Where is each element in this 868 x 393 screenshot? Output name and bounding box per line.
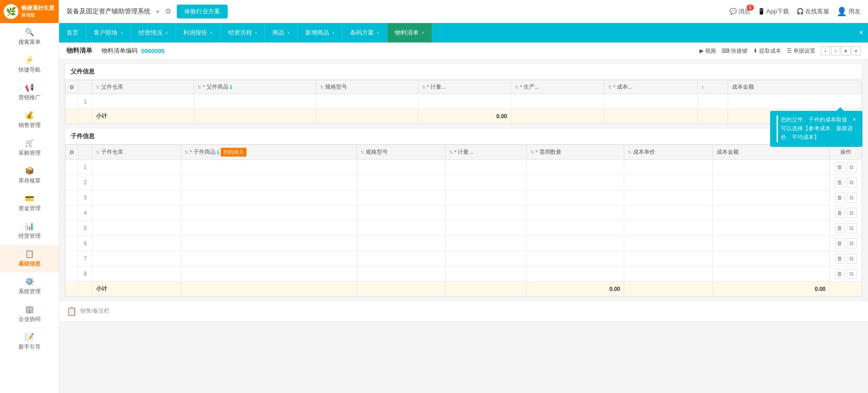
child-row1-goods[interactable]	[181, 160, 357, 175]
settings-col-icon[interactable]: ⚙	[69, 84, 74, 91]
next-record-button[interactable]: ›	[831, 46, 840, 55]
gear-settings-icon[interactable]: ⚙	[165, 7, 171, 16]
tab-operations[interactable]: 经营情况 ×	[131, 23, 176, 42]
child-goods-info-icon[interactable]: ℹ	[217, 149, 219, 156]
tab-bom[interactable]: 物料清单 ×	[387, 23, 432, 42]
parent-unit-cell[interactable]	[418, 94, 511, 109]
child-row1-unit-cost[interactable]	[624, 160, 713, 175]
copy-row-button[interactable]: ⧉	[847, 177, 857, 187]
sidebar-item-basicinfo[interactable]: 📋 基础信息	[0, 245, 59, 272]
parent-goods-cell[interactable]	[194, 94, 316, 109]
copy-row-button[interactable]: ⧉	[847, 238, 857, 248]
copy-row-button[interactable]: ⧉	[847, 162, 857, 172]
sidebar-item-enterprise[interactable]: 🏢 企业协同	[0, 300, 59, 328]
close-tab-history-icon[interactable]: ×	[255, 30, 258, 36]
sidebar-item-finance[interactable]: 💳 资金管理	[0, 189, 59, 217]
trial-button[interactable]: 体验行业方案	[177, 5, 228, 18]
delete-row-button[interactable]: 🗑	[835, 208, 845, 218]
single-settings-button[interactable]: ☰ 单据设置	[787, 47, 815, 55]
scan-badge[interactable]: 扫码录入	[221, 148, 247, 157]
sort-icon[interactable]: ⇅	[608, 85, 612, 90]
child-row2-unit-cost[interactable]	[624, 175, 713, 190]
child-row1-spec[interactable]	[356, 160, 445, 175]
sort-icon[interactable]: ⇅	[198, 85, 201, 90]
sort-icon[interactable]: ⇅	[449, 150, 453, 155]
sort-icon[interactable]: ⇅	[96, 150, 100, 155]
sidebar-item-search[interactable]: 🔍 搜索菜单	[0, 23, 59, 51]
delete-row-button[interactable]: 🗑	[835, 269, 845, 279]
sort-icon[interactable]: ⇅	[530, 150, 534, 155]
copy-row-button[interactable]: ⧉	[847, 223, 857, 233]
add-record-button[interactable]: +	[851, 46, 861, 55]
delete-row-button[interactable]: 🗑	[835, 238, 845, 248]
sort-icon[interactable]: ⇅	[422, 85, 426, 90]
sidebar-item-sales[interactable]: 💰 销售管理	[0, 106, 59, 134]
dropdown-arrow-icon[interactable]: ▾	[156, 8, 159, 15]
copy-row-button[interactable]: ⧉	[847, 193, 857, 203]
delete-row-button[interactable]: 🗑	[835, 162, 845, 172]
sidebar-item-guide[interactable]: 📝 新手引导	[0, 328, 59, 356]
sidebar-item-marketing[interactable]: 📢 营销推广	[0, 79, 59, 106]
parent-cost-cell[interactable]	[604, 94, 698, 109]
sidebar-item-purchase[interactable]: 🛒 采购管理	[0, 134, 59, 162]
video-button[interactable]: ▶ 视频	[699, 47, 716, 55]
prev-record-button[interactable]: ‹	[821, 46, 830, 55]
parent-proddate-cell[interactable]	[511, 94, 604, 109]
sort-icon[interactable]: ⇅	[628, 150, 632, 155]
extract-cost-button[interactable]: ⬇ 提取成本	[753, 47, 781, 55]
parent-col-gear: ⚙	[66, 80, 78, 94]
copy-row-button[interactable]: ⧉	[847, 254, 857, 264]
shortcut-button[interactable]: ⌨ 快捷键	[722, 47, 747, 55]
close-tab-goods-icon[interactable]: ×	[287, 30, 290, 36]
close-tab-operations-icon[interactable]: ×	[165, 30, 168, 36]
child-row1-qty[interactable]	[526, 160, 624, 175]
tooltip-close-button[interactable]: ×	[853, 115, 856, 124]
parent-spec-cell[interactable]	[316, 94, 418, 109]
close-tab-profit-icon[interactable]: ×	[210, 30, 213, 36]
child-row1-unit[interactable]	[445, 160, 526, 175]
tab-home[interactable]: 首页	[59, 23, 86, 42]
sort-icon[interactable]: ⇅	[361, 150, 364, 155]
child-row2-qty[interactable]	[526, 175, 624, 190]
sidebar-item-quicknav[interactable]: ⚡ 快捷导航	[0, 51, 59, 79]
tab-profit[interactable]: 利润报告 ×	[176, 23, 221, 42]
sidebar-item-system[interactable]: ⚙️ 系统管理	[0, 272, 59, 300]
copy-row-button[interactable]: ⧉	[847, 269, 857, 279]
sidebar-item-inventory[interactable]: 📦 库存核算	[0, 162, 59, 189]
sort-icon[interactable]: ⇅	[96, 85, 100, 90]
app-download-button[interactable]: 📱 App下载	[758, 7, 789, 16]
user-menu[interactable]: 👤 用友	[837, 6, 861, 17]
delete-row-button[interactable]: 🗑	[835, 254, 845, 264]
goods-info-icon[interactable]: ℹ	[230, 84, 232, 91]
sort-icon[interactable]: ⇅	[320, 85, 324, 90]
parent-warehouse-cell[interactable]	[92, 94, 194, 109]
notification-button[interactable]: 💬 消息 6	[729, 7, 750, 16]
close-all-tabs-button[interactable]: ×	[855, 29, 868, 37]
list-view-button[interactable]: ≡	[841, 46, 850, 55]
close-tab-barcode-icon[interactable]: ×	[377, 30, 380, 36]
child-row2-spec[interactable]	[356, 175, 445, 190]
sort-icon[interactable]: ⇅	[185, 150, 188, 155]
tab-barcode[interactable]: 条码方案 ×	[343, 23, 387, 42]
child-settings-col-icon[interactable]: ⚙	[69, 149, 74, 156]
tab-goods[interactable]: 商品 ×	[265, 23, 298, 42]
child-row1-warehouse[interactable]	[92, 160, 181, 175]
parent-col-proddate: ⇅ *生产...	[511, 80, 604, 94]
close-tab-customers-icon[interactable]: ×	[121, 30, 123, 36]
close-tab-bom-icon[interactable]: ×	[422, 30, 424, 36]
delete-row-button[interactable]: 🗑	[835, 177, 845, 187]
delete-row-button[interactable]: 🗑	[835, 223, 845, 233]
online-service-button[interactable]: 🎧 在线客服	[796, 7, 829, 16]
child-row2-warehouse[interactable]	[92, 175, 181, 190]
sort-icon[interactable]: ⇅	[515, 85, 518, 90]
child-row2-goods[interactable]	[181, 175, 357, 190]
sidebar-item-operations[interactable]: 📊 经营管理	[0, 217, 59, 245]
close-tab-newgoods-icon[interactable]: ×	[332, 30, 335, 36]
tab-customers[interactable]: 客户联络 ×	[86, 23, 131, 42]
child-row2-unit[interactable]	[445, 175, 526, 190]
sidebar-item-label: 快捷导航	[18, 66, 41, 74]
tab-history[interactable]: 经营历程 ×	[221, 23, 265, 42]
delete-row-button[interactable]: 🗑	[835, 193, 845, 203]
tab-newgoods[interactable]: 新增商品 ×	[298, 23, 343, 42]
copy-row-button[interactable]: ⧉	[847, 208, 857, 218]
